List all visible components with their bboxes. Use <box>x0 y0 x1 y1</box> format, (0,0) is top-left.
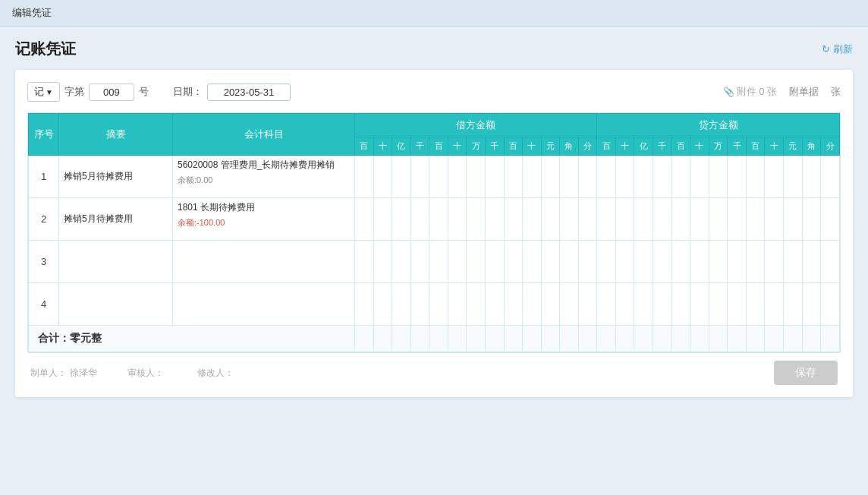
debit-amount-cell[interactable] <box>355 283 374 326</box>
credit-amount-cell[interactable] <box>671 283 690 326</box>
summary-cell[interactable] <box>59 241 173 283</box>
debit-amount-cell[interactable] <box>467 241 486 283</box>
credit-amount-cell[interactable] <box>634 283 653 326</box>
credit-amount-cell[interactable] <box>783 283 802 326</box>
credit-amount-cell[interactable] <box>597 241 616 283</box>
credit-amount-cell[interactable] <box>821 156 840 198</box>
credit-amount-cell[interactable] <box>802 241 821 283</box>
type-dropdown[interactable]: 记 ▼ <box>27 82 60 102</box>
credit-amount-cell[interactable] <box>746 198 765 241</box>
credit-amount-cell[interactable] <box>615 198 634 241</box>
debit-amount-cell[interactable] <box>523 198 542 241</box>
attach-receipt-btn[interactable]: 附单据 <box>789 85 819 99</box>
debit-amount-cell[interactable] <box>410 198 429 241</box>
credit-amount-cell[interactable] <box>690 156 709 198</box>
debit-amount-cell[interactable] <box>467 283 486 326</box>
credit-amount-cell[interactable] <box>709 283 728 326</box>
debit-amount-cell[interactable] <box>448 283 467 326</box>
credit-amount-cell[interactable] <box>728 198 747 241</box>
credit-amount-cell[interactable] <box>690 198 709 241</box>
debit-amount-cell[interactable] <box>523 241 542 283</box>
credit-amount-cell[interactable] <box>728 283 747 326</box>
credit-amount-cell[interactable] <box>821 283 840 326</box>
credit-amount-cell[interactable] <box>597 156 616 198</box>
credit-amount-cell[interactable] <box>746 156 765 198</box>
credit-amount-cell[interactable] <box>709 241 728 283</box>
debit-amount-cell[interactable] <box>504 198 523 241</box>
save-button[interactable]: 保存 <box>774 361 838 385</box>
credit-amount-cell[interactable] <box>653 241 672 283</box>
debit-amount-cell[interactable] <box>448 156 467 198</box>
debit-amount-cell[interactable] <box>541 241 560 283</box>
debit-amount-cell[interactable] <box>373 156 392 198</box>
debit-amount-cell[interactable] <box>485 198 504 241</box>
debit-amount-cell[interactable] <box>410 283 429 326</box>
debit-amount-cell[interactable] <box>541 283 560 326</box>
credit-amount-cell[interactable] <box>783 241 802 283</box>
credit-amount-cell[interactable] <box>746 283 765 326</box>
debit-amount-cell[interactable] <box>373 241 392 283</box>
debit-amount-cell[interactable] <box>578 241 597 283</box>
debit-amount-cell[interactable] <box>504 156 523 198</box>
debit-amount-cell[interactable] <box>392 241 411 283</box>
debit-amount-cell[interactable] <box>410 241 429 283</box>
debit-amount-cell[interactable] <box>578 283 597 326</box>
credit-amount-cell[interactable] <box>671 156 690 198</box>
credit-amount-cell[interactable] <box>634 198 653 241</box>
debit-amount-cell[interactable] <box>410 156 429 198</box>
debit-amount-cell[interactable] <box>485 156 504 198</box>
debit-amount-cell[interactable] <box>448 198 467 241</box>
credit-amount-cell[interactable] <box>597 198 616 241</box>
credit-amount-cell[interactable] <box>671 241 690 283</box>
account-cell[interactable]: 56020008 管理费用_长期待摊费用摊销余额:0.00 <box>173 156 355 198</box>
debit-amount-cell[interactable] <box>429 198 448 241</box>
credit-amount-cell[interactable] <box>765 198 784 241</box>
debit-amount-cell[interactable] <box>355 156 374 198</box>
credit-amount-cell[interactable] <box>690 241 709 283</box>
debit-amount-cell[interactable] <box>392 198 411 241</box>
credit-amount-cell[interactable] <box>765 241 784 283</box>
debit-amount-cell[interactable] <box>448 241 467 283</box>
credit-amount-cell[interactable] <box>728 241 747 283</box>
credit-amount-cell[interactable] <box>821 198 840 241</box>
debit-amount-cell[interactable] <box>541 156 560 198</box>
credit-amount-cell[interactable] <box>615 283 634 326</box>
credit-amount-cell[interactable] <box>634 241 653 283</box>
debit-amount-cell[interactable] <box>429 156 448 198</box>
debit-amount-cell[interactable] <box>541 198 560 241</box>
credit-amount-cell[interactable] <box>783 198 802 241</box>
credit-amount-cell[interactable] <box>728 156 747 198</box>
credit-amount-cell[interactable] <box>653 156 672 198</box>
credit-amount-cell[interactable] <box>615 156 634 198</box>
credit-amount-cell[interactable] <box>597 283 616 326</box>
credit-amount-cell[interactable] <box>709 156 728 198</box>
debit-amount-cell[interactable] <box>523 283 542 326</box>
credit-amount-cell[interactable] <box>634 156 653 198</box>
account-cell[interactable] <box>173 283 355 326</box>
debit-amount-cell[interactable] <box>504 241 523 283</box>
credit-amount-cell[interactable] <box>671 198 690 241</box>
credit-amount-cell[interactable] <box>653 283 672 326</box>
debit-amount-cell[interactable] <box>355 198 374 241</box>
debit-amount-cell[interactable] <box>392 283 411 326</box>
summary-cell[interactable] <box>59 283 173 326</box>
debit-amount-cell[interactable] <box>467 156 486 198</box>
debit-amount-cell[interactable] <box>429 283 448 326</box>
credit-amount-cell[interactable] <box>615 241 634 283</box>
credit-amount-cell[interactable] <box>802 156 821 198</box>
attach-link[interactable]: 📎 附件 0 张 <box>723 85 777 99</box>
debit-amount-cell[interactable] <box>485 241 504 283</box>
debit-amount-cell[interactable] <box>504 283 523 326</box>
credit-amount-cell[interactable] <box>709 198 728 241</box>
summary-cell[interactable]: 摊销5月待摊费用 <box>59 156 173 198</box>
debit-amount-cell[interactable] <box>373 198 392 241</box>
debit-amount-cell[interactable] <box>429 241 448 283</box>
voucher-number-input[interactable] <box>89 84 134 101</box>
debit-amount-cell[interactable] <box>373 283 392 326</box>
debit-amount-cell[interactable] <box>485 283 504 326</box>
debit-amount-cell[interactable] <box>392 156 411 198</box>
debit-amount-cell[interactable] <box>523 156 542 198</box>
debit-amount-cell[interactable] <box>467 198 486 241</box>
debit-amount-cell[interactable] <box>560 198 579 241</box>
debit-amount-cell[interactable] <box>560 241 579 283</box>
